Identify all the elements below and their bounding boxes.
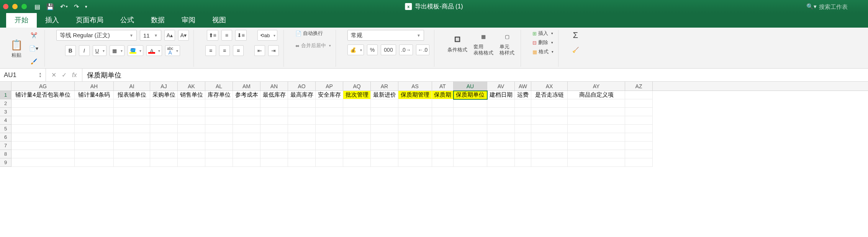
cell-AG7[interactable] — [11, 142, 75, 150]
column-header-AK[interactable]: AK — [178, 82, 205, 91]
cell-AI1[interactable]: 报表辅单位 — [114, 91, 150, 99]
decrease-decimal-icon[interactable]: ←.0 — [416, 44, 430, 55]
increase-font-icon[interactable]: A▴ — [164, 30, 175, 41]
column-header-AY[interactable]: AY — [568, 82, 625, 91]
cell-AK1[interactable]: 销售单位 — [178, 91, 205, 99]
row-header-2[interactable]: 2 — [0, 99, 11, 108]
ribbon-tab-2[interactable]: 页面布局 — [67, 12, 112, 28]
insert-cells-button[interactable]: ⊞插入▾ — [532, 30, 554, 37]
cell-AX2[interactable] — [531, 99, 568, 108]
cell-AG3[interactable] — [11, 108, 75, 116]
phonetic-button[interactable]: abcA▾ — [165, 45, 180, 56]
cell-AN9[interactable] — [260, 158, 288, 167]
cell-AZ9[interactable] — [625, 158, 653, 167]
cell-AX5[interactable] — [531, 125, 568, 133]
italic-button[interactable]: I — [79, 45, 90, 56]
cell-AS6[interactable] — [398, 133, 432, 142]
orientation-button[interactable]: ⟲ab▾ — [257, 30, 277, 41]
cell-AX8[interactable] — [531, 150, 568, 158]
increase-decimal-icon[interactable]: .0→ — [399, 44, 413, 55]
cell-AY9[interactable] — [568, 158, 625, 167]
name-box[interactable]: AU1 ▲▼ — [0, 69, 46, 81]
formula-input[interactable] — [82, 69, 868, 81]
qat-customize-icon[interactable]: ▾ — [85, 4, 87, 9]
cell-AZ7[interactable] — [625, 142, 653, 150]
currency-button[interactable]: 💰▾ — [347, 44, 364, 55]
cell-AO8[interactable] — [288, 150, 316, 158]
decrease-font-icon[interactable]: A▾ — [178, 30, 189, 41]
row-header-6[interactable]: 6 — [0, 133, 11, 142]
cell-AH4[interactable] — [75, 116, 114, 125]
cell-AG8[interactable] — [11, 150, 75, 158]
cell-AL6[interactable] — [205, 133, 233, 142]
cell-AU1[interactable]: 保质期单位 — [454, 91, 487, 99]
autosum-icon[interactable]: Σ — [570, 30, 581, 41]
cell-AU4[interactable] — [454, 116, 487, 125]
underline-button[interactable]: U▾ — [93, 45, 106, 56]
cell-AH6[interactable] — [75, 133, 114, 142]
cell-AZ2[interactable] — [625, 99, 653, 108]
cell-AO3[interactable] — [288, 108, 316, 116]
column-header-AV[interactable]: AV — [487, 82, 515, 91]
row-header-3[interactable]: 3 — [0, 108, 11, 116]
row-header-7[interactable]: 7 — [0, 142, 11, 150]
ribbon-tab-0[interactable]: 开始 — [6, 12, 37, 28]
cell-AX1[interactable]: 是否走冻链 — [531, 91, 568, 99]
redo-icon[interactable]: ↷ — [74, 3, 79, 10]
cell-AM7[interactable] — [233, 142, 260, 150]
cell-AR6[interactable] — [371, 133, 398, 142]
cell-AN7[interactable] — [260, 142, 288, 150]
bold-button[interactable]: B — [65, 45, 76, 56]
percent-button[interactable]: % — [367, 44, 378, 55]
cell-AN1[interactable]: 最低库存 — [260, 91, 288, 99]
cell-AH8[interactable] — [75, 150, 114, 158]
cell-AO2[interactable] — [288, 99, 316, 108]
cell-AY3[interactable] — [568, 108, 625, 116]
cell-AP6[interactable] — [316, 133, 343, 142]
maximize-window-button[interactable] — [21, 4, 27, 9]
delete-cells-button[interactable]: ⊟删除▾ — [532, 39, 554, 46]
cell-AQ8[interactable] — [343, 150, 371, 158]
cell-AZ4[interactable] — [625, 116, 653, 125]
cell-AW6[interactable] — [515, 133, 531, 142]
cell-AV1[interactable]: 建档日期 — [487, 91, 515, 99]
cell-AI3[interactable] — [114, 108, 150, 116]
cell-AT4[interactable] — [432, 116, 454, 125]
cell-AK6[interactable] — [178, 133, 205, 142]
cell-AV3[interactable] — [487, 108, 515, 116]
cut-icon[interactable]: ✂️ — [28, 30, 40, 41]
cell-AS2[interactable] — [398, 99, 432, 108]
column-header-AS[interactable]: AS — [398, 82, 432, 91]
cell-AW5[interactable] — [515, 125, 531, 133]
row-header-5[interactable]: 5 — [0, 125, 11, 133]
cell-AT2[interactable] — [432, 99, 454, 108]
cell-AL8[interactable] — [205, 150, 233, 158]
cell-AN2[interactable] — [260, 99, 288, 108]
cell-AN4[interactable] — [260, 116, 288, 125]
column-header-AG[interactable]: AG — [11, 82, 75, 91]
cell-AI9[interactable] — [114, 158, 150, 167]
cell-AO5[interactable] — [288, 125, 316, 133]
row-header-8[interactable]: 8 — [0, 150, 11, 158]
cell-AW7[interactable] — [515, 142, 531, 150]
cell-AP9[interactable] — [316, 158, 343, 167]
paste-button[interactable]: 📋 粘贴 — [8, 38, 25, 58]
cell-AR7[interactable] — [371, 142, 398, 150]
cell-AG4[interactable] — [11, 116, 75, 125]
cell-AZ8[interactable] — [625, 150, 653, 158]
align-top-icon[interactable]: ⬆≡ — [207, 30, 218, 41]
cell-AS3[interactable] — [398, 108, 432, 116]
cell-AR4[interactable] — [371, 116, 398, 125]
column-header-AH[interactable]: AH — [75, 82, 114, 91]
cell-AW9[interactable] — [515, 158, 531, 167]
cell-AR1[interactable]: 最新进价 — [371, 91, 398, 99]
cell-AJ8[interactable] — [150, 150, 178, 158]
merge-center-button[interactable]: ⬌合并后居中▾ — [295, 42, 331, 49]
format-cells-button[interactable]: ▦格式▾ — [532, 48, 554, 55]
border-button[interactable]: ▦▾ — [110, 45, 124, 56]
cell-AM6[interactable] — [233, 133, 260, 142]
column-header-AT[interactable]: AT — [432, 82, 454, 91]
cell-AH7[interactable] — [75, 142, 114, 150]
cell-AJ6[interactable] — [150, 133, 178, 142]
cell-AN5[interactable] — [260, 125, 288, 133]
